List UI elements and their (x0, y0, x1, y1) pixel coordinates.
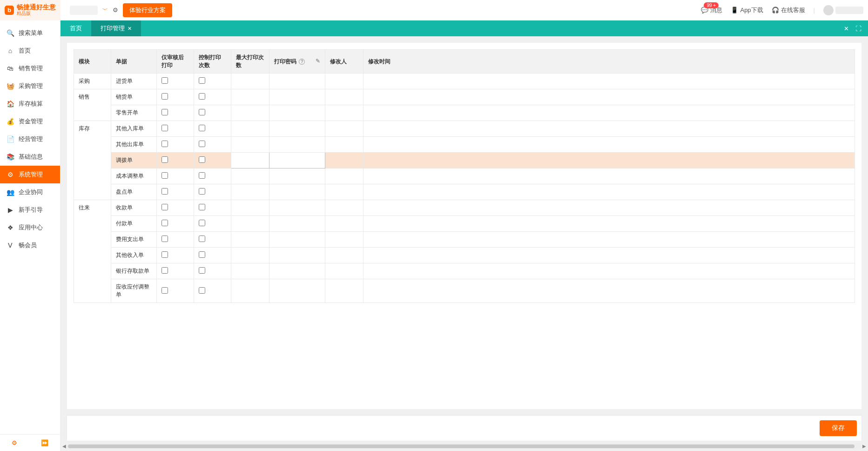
audit-checkbox[interactable] (161, 220, 168, 226)
control-checkbox[interactable] (199, 287, 205, 294)
audit-checkbox[interactable] (161, 125, 168, 131)
control-checkbox[interactable] (199, 172, 205, 179)
audit-checkbox[interactable] (161, 267, 168, 274)
audit-checkbox[interactable] (161, 188, 168, 195)
time-cell (363, 216, 855, 232)
audit-checkbox[interactable] (161, 204, 168, 210)
sidebar-item-系统管理[interactable]: ⚙系统管理 (0, 166, 60, 183)
pwd-cell (269, 216, 325, 232)
sidebar-item-搜索菜单[interactable]: 🔍搜索菜单 (0, 24, 60, 42)
control-checkbox[interactable] (199, 251, 205, 258)
gear-icon[interactable]: ⚙ (113, 7, 118, 13)
audit-checkbox[interactable] (161, 93, 168, 100)
audit-checkbox[interactable] (161, 236, 168, 242)
control-checkbox[interactable] (199, 93, 205, 100)
control-cell (194, 105, 231, 121)
control-checkbox[interactable] (199, 267, 205, 274)
sidebar-item-经营管理[interactable]: 📄经营管理 (0, 130, 60, 148)
username-placeholder (835, 7, 863, 14)
audit-checkbox[interactable] (161, 287, 168, 294)
control-checkbox[interactable] (199, 156, 205, 163)
control-checkbox[interactable] (199, 141, 205, 147)
tab-打印管理[interactable]: 打印管理✕ (91, 20, 141, 36)
tab-close-all-icon[interactable]: ✕ (844, 25, 849, 32)
tab-label: 打印管理 (101, 24, 125, 33)
headset-icon: 🎧 (772, 7, 779, 13)
control-cell (194, 74, 231, 89)
max-cell (231, 105, 269, 121)
menu-icon: 📚 (7, 153, 14, 161)
phone-icon: 📱 (731, 7, 738, 13)
sidebar-item-应用中心[interactable]: ❖应用中心 (0, 219, 60, 236)
menu-label: 资金管理 (19, 117, 43, 126)
sidebar-item-资金管理[interactable]: 💰资金管理 (0, 113, 60, 130)
messages-button[interactable]: 💬 99 + 消息 (701, 6, 722, 14)
control-checkbox[interactable] (199, 204, 205, 210)
save-button[interactable]: 保存 (820, 420, 857, 436)
control-checkbox[interactable] (199, 125, 205, 131)
th-time: 修改时间 (363, 50, 855, 74)
tab-label: 首页 (70, 24, 82, 33)
control-cell (194, 168, 231, 184)
horizontal-scrollbar[interactable]: ◀ ▶ (67, 444, 861, 449)
sidebar-item-库存核算[interactable]: 🏠库存核算 (0, 95, 60, 113)
scroll-right-icon[interactable]: ▶ (862, 444, 866, 449)
avatar (823, 5, 834, 15)
th-pwd-label: 打印密码 (274, 58, 296, 65)
audit-checkbox[interactable] (161, 172, 168, 179)
table-row: 其他出库单 (74, 137, 855, 153)
user-cell (325, 168, 363, 184)
org-selector[interactable]: ﹀ ⚙ 体验行业方案 (70, 3, 172, 17)
sidebar-item-畅会员[interactable]: Ⅴ畅会员 (0, 236, 60, 254)
app-download-button[interactable]: 📱 App下载 (731, 6, 763, 14)
sidebar-item-采购管理[interactable]: 🧺采购管理 (0, 77, 60, 95)
audit-checkbox[interactable] (161, 156, 168, 163)
menu-label: 系统管理 (19, 170, 43, 179)
control-checkbox[interactable] (199, 220, 205, 226)
sidebar-item-新手引导[interactable]: ▶新手引导 (0, 201, 60, 219)
sidebar-item-销售管理[interactable]: 🛍销售管理 (0, 60, 60, 77)
user-menu[interactable] (823, 5, 863, 15)
max-cell (231, 200, 269, 216)
sidebar-item-企业协同[interactable]: 👥企业协同 (0, 183, 60, 201)
control-checkbox[interactable] (199, 109, 205, 115)
doc-cell: 其他收入单 (111, 248, 157, 263)
help-icon[interactable]: ? (299, 59, 305, 65)
module-cell: 采购 (74, 74, 111, 89)
close-icon[interactable]: ✕ (128, 26, 132, 32)
pwd-cell[interactable] (269, 153, 325, 168)
audit-checkbox[interactable] (161, 77, 168, 84)
menu-icon: ⚙ (7, 171, 14, 178)
audit-checkbox[interactable] (161, 109, 168, 115)
doc-cell: 付款单 (111, 216, 157, 232)
audit-checkbox[interactable] (161, 251, 168, 258)
fullscreen-icon[interactable]: ⛶ (855, 25, 861, 32)
edit-icon[interactable]: ✎ (316, 58, 320, 64)
user-cell (325, 232, 363, 248)
control-checkbox[interactable] (199, 77, 205, 84)
user-cell (325, 153, 363, 168)
tab-首页[interactable]: 首页 (61, 20, 91, 36)
table-row: 费用支出单 (74, 232, 855, 248)
scroll-left-icon[interactable]: ◀ (62, 444, 66, 449)
menu-label: 企业协同 (19, 188, 43, 196)
settings-icon[interactable]: ⚙ (12, 439, 17, 446)
industry-cta-button[interactable]: 体验行业方案 (123, 3, 172, 17)
audit-cell (157, 248, 194, 263)
audit-cell (157, 279, 194, 303)
sidebar-item-基础信息[interactable]: 📚基础信息 (0, 148, 60, 166)
scrollbar-thumb[interactable] (68, 444, 855, 448)
support-button[interactable]: 🎧 在线客服 (772, 6, 805, 14)
th-max: 最大打印次数 (231, 50, 269, 74)
sidebar-item-首页[interactable]: ⌂首页 (0, 42, 60, 60)
audit-cell (157, 184, 194, 200)
control-checkbox[interactable] (199, 236, 205, 242)
control-checkbox[interactable] (199, 188, 205, 195)
menu-label: 库存核算 (19, 100, 43, 108)
audit-checkbox[interactable] (161, 141, 168, 147)
max-cell[interactable] (231, 153, 269, 168)
pwd-cell (269, 137, 325, 153)
collapse-icon[interactable]: ⏩ (41, 439, 48, 446)
time-cell (363, 168, 855, 184)
org-name-placeholder (70, 6, 98, 15)
